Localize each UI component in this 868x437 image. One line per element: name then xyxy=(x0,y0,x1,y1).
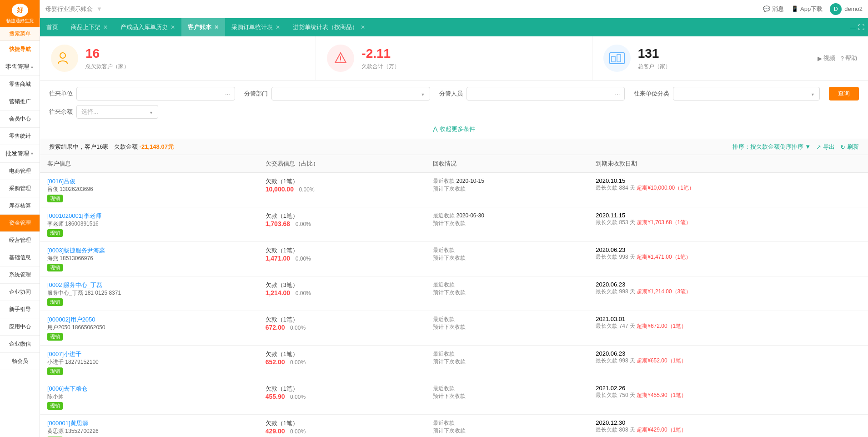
customer-name-link[interactable]: [0007]小进千 xyxy=(47,351,81,357)
tab-goods-on-off[interactable]: 商品上下架 ✕ xyxy=(65,18,114,36)
help-btn[interactable]: ? 帮助 xyxy=(841,54,857,62)
due-date-cell: 2020.12.30 最长欠款 808 天 超期¥429.00（1笔） xyxy=(588,415,868,437)
sidebar-item-retail-store[interactable]: 零售商城 xyxy=(0,76,40,93)
customer-name-link[interactable]: [0006]去下粮仓 xyxy=(47,385,87,392)
customer-name-link[interactable]: [000002]用户2050 xyxy=(47,316,95,323)
message-btn[interactable]: 💬 消息 xyxy=(763,5,784,13)
stat2-value: -2.11 xyxy=(361,46,400,61)
tab-home[interactable]: 首页 xyxy=(40,18,65,36)
next-label: 预计下次收款 xyxy=(433,427,466,434)
tab-product-label: 产成品入库单历史 xyxy=(120,23,168,31)
recent-label: 最近收款 xyxy=(433,212,455,219)
customer-name-link[interactable]: [0003]畅捷服务尹海蕊 xyxy=(47,247,105,254)
stat-card-debt: -2.11 欠款合计（万） xyxy=(316,36,592,80)
close-icon[interactable]: ✕ xyxy=(214,24,219,30)
app-download-btn[interactable]: 📱 App下载 xyxy=(791,5,823,13)
close-icon[interactable]: ✕ xyxy=(276,24,280,30)
search-button[interactable]: 查询 xyxy=(829,87,859,100)
user-avatar[interactable]: D demo2 xyxy=(830,3,863,15)
overdue-amount[interactable]: 超期¥455.90（1笔） xyxy=(637,392,687,398)
debt-amount[interactable]: 1,471.00 xyxy=(266,255,291,262)
customer-name-link[interactable]: [0016]吕俊 xyxy=(47,178,75,185)
sidebar-item-warehouse[interactable]: 库存核算 xyxy=(0,197,40,215)
search-menu-btn[interactable]: 搜索菜单 xyxy=(0,27,40,41)
sidebar-item-new-guide[interactable]: 新手引导 xyxy=(0,301,40,318)
debt-amount[interactable]: 10,000.00 xyxy=(266,186,294,193)
sidebar-item-purchase[interactable]: 采购管理 xyxy=(0,180,40,197)
debt-amount[interactable]: 1,703.68 xyxy=(266,220,291,227)
tab-home-label: 首页 xyxy=(46,23,58,31)
chevron-down-icon: ▼ xyxy=(805,143,811,150)
close-icon[interactable]: ✕ xyxy=(361,24,365,30)
customer-name-link[interactable]: [0001020001]李老师 xyxy=(47,212,101,219)
sidebar-item-vip-member[interactable]: 畅会员 xyxy=(0,353,40,370)
recent-label: 最近收款 xyxy=(433,178,455,184)
sidebar-item-system[interactable]: 系统管理 xyxy=(0,266,40,284)
export-btn[interactable]: ↗ 导出 xyxy=(816,143,835,151)
sidebar-item-quick-nav[interactable]: 快捷导航 xyxy=(0,41,40,58)
close-icon[interactable]: ✕ xyxy=(103,24,108,30)
sidebar-item-retail-mgmt[interactable]: 零售管理▲ xyxy=(0,58,40,76)
sidebar-item-retail-stats[interactable]: 零售统计 xyxy=(0,128,40,145)
unit-category-select[interactable] xyxy=(673,87,820,100)
expand-icon[interactable]: ⛶ xyxy=(858,24,864,31)
recent-label: 最近收款 xyxy=(433,351,455,357)
sidebar-item-basic-info[interactable]: 基础信息 xyxy=(0,249,40,266)
customer-phone: 黄思源 13552700226 xyxy=(47,427,251,435)
recovery-cell: 最近收款 预计下次收款 xyxy=(426,380,588,415)
debt-amount[interactable]: 455.90 xyxy=(266,393,285,400)
overdue-amount[interactable]: 超期¥1,214.00（3笔） xyxy=(637,288,691,295)
refresh-btn[interactable]: ↻ 刷新 xyxy=(840,143,859,151)
due-date: 2021.02.26 xyxy=(596,385,861,392)
sidebar-item-app-center[interactable]: 应用中心 xyxy=(0,318,40,336)
minimize-icon[interactable]: — xyxy=(850,24,856,31)
customer-name-link[interactable]: [000001]黄思源 xyxy=(47,420,88,427)
debt-info-cell: 欠款（1笔） 1,703.68 0.00% xyxy=(258,207,426,242)
sidebar-item-enterprise-wechat[interactable]: 企业微信 xyxy=(0,336,40,353)
recent-label: 最近收款 xyxy=(433,316,455,322)
debt-count: 欠款（1笔） xyxy=(266,212,418,220)
overdue-amount[interactable]: 超期¥10,000.00（1笔） xyxy=(637,185,694,191)
debt-icon xyxy=(327,45,354,72)
total-icon xyxy=(603,45,631,72)
tab-product-history[interactable]: 产成品入库单历史 ✕ xyxy=(114,18,181,36)
debt-amount[interactable]: 652.00 xyxy=(266,358,285,366)
person-input[interactable] xyxy=(467,87,625,100)
debt-amount[interactable]: 672.00 xyxy=(266,324,285,331)
customer-name-link[interactable]: [0002]服务中心_丁磊 xyxy=(47,281,102,288)
customer-phone: 服务中心_丁磊 181 0125 8371 xyxy=(47,289,251,297)
close-icon[interactable]: ✕ xyxy=(171,24,175,30)
overdue-amount[interactable]: 超期¥429.00（1笔） xyxy=(637,427,687,433)
overdue-amount[interactable]: 超期¥1,471.00（1笔） xyxy=(637,254,691,260)
overdue-days: 最长欠款 998 天 超期¥1,214.00（3笔） xyxy=(596,288,861,296)
customers-icon xyxy=(51,45,78,72)
recovery-cell: 最近收款 预计下次收款 xyxy=(426,311,588,346)
table-row: [0006]去下粮仓 陈小帅 现销 欠款（1笔） 455.90 0.00% 最近… xyxy=(40,380,868,415)
chevron-down-icon xyxy=(811,90,815,97)
tab-purchase-order[interactable]: 采购订单统计表 ✕ xyxy=(225,18,286,36)
overdue-amount[interactable]: 超期¥652.00（1笔） xyxy=(637,357,687,364)
sidebar-item-operations[interactable]: 经营管理 xyxy=(0,232,40,249)
tab-purchase-stats[interactable]: 进货单统计表（按商品） ✕ xyxy=(286,18,371,36)
sidebar-item-finance[interactable]: 资金管理 xyxy=(0,215,40,232)
debt-amount[interactable]: 1,214.00 xyxy=(266,289,291,296)
video-btn[interactable]: ▶ 视频 xyxy=(818,54,835,62)
sort-select[interactable]: 排序：按欠款金额倒序排序 ▼ xyxy=(733,143,811,151)
overdue-amount[interactable]: 超期¥1,703.68（1笔） xyxy=(637,219,691,226)
dept-select[interactable] xyxy=(271,87,430,100)
due-date-cell: 2020.06.23 最长欠款 998 天 超期¥1,471.00（1笔） xyxy=(588,242,868,276)
sidebar-item-batch-mgmt[interactable]: 批发管理▼ xyxy=(0,145,40,163)
tab-customer-account[interactable]: 客户账本 ✕ xyxy=(181,18,225,36)
balance-select[interactable]: 选择... xyxy=(76,105,158,119)
collapse-filters-btn[interactable]: ⋀ 收起更多条件 xyxy=(49,123,859,135)
sidebar-item-marketing[interactable]: 营销推广 xyxy=(0,93,40,111)
source-unit-input[interactable] xyxy=(76,87,235,100)
sidebar-item-member-center[interactable]: 会员中心 xyxy=(0,111,40,128)
debt-amount[interactable]: 429.00 xyxy=(266,427,285,435)
sidebar-item-enterprise-collab[interactable]: 企业协同 xyxy=(0,284,40,301)
overdue-amount[interactable]: 超期¥672.00（1笔） xyxy=(637,323,687,329)
result-summary: 搜索结果中，客户16家 欠款金额 -21,148.07元 xyxy=(49,143,174,151)
debt-count: 欠款（3笔） xyxy=(266,281,418,289)
sidebar-item-ecommerce[interactable]: 电商管理 xyxy=(0,163,40,180)
due-date: 2020.11.15 xyxy=(596,212,861,219)
